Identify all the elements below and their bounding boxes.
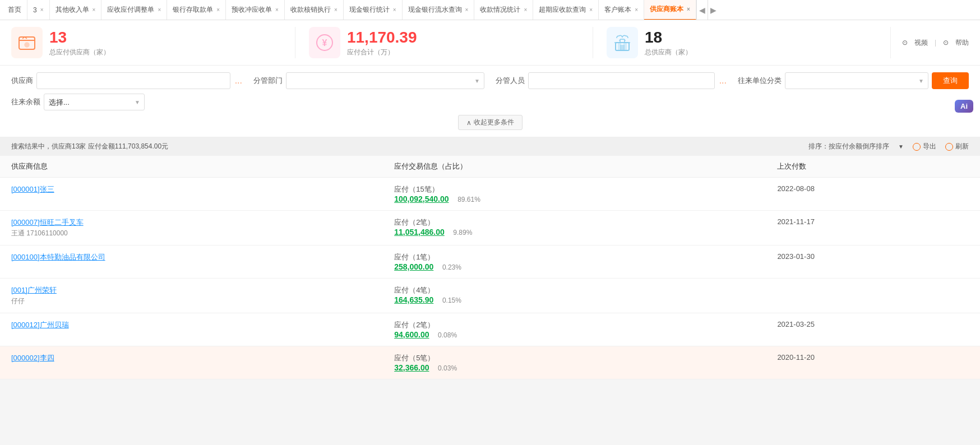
close-icon[interactable]: × [40, 7, 44, 13]
video-link[interactable]: 视频 [914, 38, 928, 48]
tx-amount[interactable]: 164,635.90 [394, 295, 433, 304]
last-pay-cell: 2022-08-08 [777, 184, 969, 193]
close-icon[interactable]: × [158, 7, 161, 13]
supplier-info-cell: [000002]李四 [11, 353, 394, 363]
tx-amount[interactable]: 32,366.00 [394, 363, 429, 372]
tx-info-cell: 应付（4笔） 164,635.90 0.15% [394, 285, 777, 304]
supplier-link[interactable]: [000012]广州贝瑞 [11, 320, 394, 330]
tx-info-cell: 应付（2笔） 94,600.00 0.08% [394, 320, 777, 339]
stat-num-payable-suppliers: 13 [49, 28, 110, 47]
close-icon[interactable]: × [93, 7, 96, 13]
last-payment-date: 2021-11-17 [777, 217, 815, 226]
refresh-button[interactable]: 刷新 [945, 142, 969, 151]
supplier-info-cell: [000001]张三 [11, 184, 394, 194]
close-icon[interactable]: × [465, 7, 469, 13]
person-dots[interactable]: ... [719, 76, 727, 86]
svg-rect-7 [620, 45, 625, 50]
close-icon[interactable]: × [334, 7, 338, 13]
svg-point-1 [25, 43, 29, 47]
tx-label: 应付（5笔） [394, 353, 777, 363]
balance-label: 往来余额 [11, 97, 40, 107]
close-icon[interactable]: × [635, 7, 638, 13]
supplier-link[interactable]: [000001]张三 [11, 184, 394, 194]
stat-label-payable-suppliers: 总应付供应商（家） [49, 48, 110, 57]
supplier-dots[interactable]: ... [235, 76, 242, 86]
results-bar: 搜索结果中，供应商13家 应付金额111,703,854.00元 排序：按应付余… [0, 137, 980, 156]
last-payment-date: 2021-03-25 [777, 320, 815, 328]
supplier-link[interactable]: [000007]恒旺二手叉车 [11, 217, 394, 228]
stats-bar: 13 总应付供应商（家） ¥ 11,170.39 应付合计（万） [0, 20, 980, 66]
supplier-input[interactable] [36, 72, 230, 89]
tx-pct: 9.89% [453, 229, 472, 237]
last-pay-cell: 2021-11-17 [777, 217, 969, 226]
supplier-info-cell: [001]广州荣轩 仔仔 [11, 285, 394, 306]
video-icon: ⊙ [902, 39, 908, 47]
svg-text:¥: ¥ [322, 38, 327, 48]
collapse-button[interactable]: ∧ 收起更多条件 [458, 115, 523, 130]
supplier-sub: 王通 17106110000 [11, 229, 394, 238]
nav-tab-home[interactable]: 首页 [2, 0, 27, 20]
tx-amount[interactable]: 94,600.00 [394, 330, 429, 339]
balance-select-wrap: 选择... ▼ [44, 94, 145, 110]
table-row: [000001]张三 应付（15笔） 100,092,540.00 89.61%… [0, 178, 980, 211]
table-row: [001]广州荣轩 仔仔 应付（4笔） 164,635.90 0.15% [0, 279, 980, 313]
tx-amount[interactable]: 100,092,540.00 [394, 194, 449, 203]
refresh-label: 刷新 [955, 142, 969, 151]
person-label: 分管人员 [496, 76, 525, 86]
supplier-link[interactable]: [000002]李四 [11, 353, 394, 363]
query-button[interactable]: 查询 [932, 72, 969, 89]
category-select[interactable] [785, 72, 928, 89]
col-header-supplier: 供应商信息 [11, 161, 394, 171]
col-header-tx: 应付交易信息（占比） [394, 161, 777, 171]
sort-label[interactable]: 排序：按应付余额倒序排序 [808, 142, 889, 151]
stat-text-payable-total: 11,170.39 应付合计（万） [347, 28, 417, 58]
close-icon[interactable]: × [216, 7, 220, 13]
results-summary: 搜索结果中，供应商13家 应付金额111,703,854.00元 [11, 142, 168, 151]
nav-tab-collection[interactable]: 收款核销执行 × [285, 0, 344, 20]
nav-tab-cash-stat[interactable]: 现金银行统计 × [344, 0, 403, 20]
close-icon[interactable]: × [393, 7, 396, 13]
nav-tab-receipt-stat[interactable]: 收款情况统计 × [474, 0, 533, 20]
nav-prev-arrow[interactable]: ◀ [696, 0, 708, 20]
filter-category: 往来单位分类 ▼ 查询 [738, 72, 969, 89]
nav-tab-supplier-ledger[interactable]: 供应商账本 × [644, 0, 696, 20]
nav-next-arrow[interactable]: ▶ [708, 0, 719, 20]
ai-badge[interactable]: Ai [955, 100, 973, 113]
table-header-row: 供应商信息 应付交易信息（占比） 上次付数 [0, 156, 980, 178]
total-suppliers-icon [607, 27, 638, 58]
close-icon[interactable]: × [275, 7, 279, 13]
nav-tab-bank[interactable]: 银行存取款单 × [167, 0, 226, 20]
supplier-sub: 仔仔 [11, 296, 394, 306]
export-label: 导出 [923, 142, 936, 151]
help-link[interactable]: 帮助 [955, 38, 969, 48]
balance-select[interactable]: 选择... [44, 94, 145, 110]
collapse-label: 收起更多条件 [474, 118, 514, 127]
help-icon: ⊙ [943, 39, 949, 47]
nav-tab-other-income[interactable]: 其他收入单 × [50, 0, 102, 20]
tx-info-cell: 应付（5笔） 32,366.00 0.03% [394, 353, 777, 372]
nav-tab-3[interactable]: 3 × [27, 0, 50, 20]
export-button[interactable]: 导出 [913, 142, 936, 151]
tx-label: 应付（4笔） [394, 285, 777, 295]
top-navigation: 首页 3 × 其他收入单 × 应收应付调整单 × 银行存取款单 × 预收冲应收单… [0, 0, 980, 20]
close-icon[interactable]: × [687, 6, 690, 12]
nav-tab-adjust[interactable]: 应收应付调整单 × [101, 0, 167, 20]
close-icon[interactable]: × [589, 7, 593, 13]
table-row: [000007]恒旺二手叉车 王通 17106110000 应付（2笔） 11,… [0, 211, 980, 245]
tx-amount[interactable]: 11,051,486.00 [394, 228, 445, 237]
sort-dropdown-arrow[interactable]: ▼ [898, 143, 904, 150]
nav-tab-cash-flow[interactable]: 现金银行流水查询 × [403, 0, 475, 20]
supplier-link[interactable]: [001]广州荣轩 [11, 285, 394, 295]
dept-label: 分管部门 [253, 76, 283, 86]
close-icon[interactable]: × [524, 7, 527, 13]
nav-tab-overdue[interactable]: 超期应收款查询 × [533, 0, 599, 20]
collapse-icon: ∧ [466, 119, 471, 127]
nav-tab-customer-ledger[interactable]: 客户账本 × [599, 0, 644, 20]
person-input[interactable] [528, 72, 715, 89]
tx-pct: 89.61% [457, 196, 480, 203]
tx-amount[interactable]: 258,000.00 [394, 262, 433, 271]
dept-select[interactable] [286, 72, 484, 89]
payable-total-icon: ¥ [309, 27, 340, 58]
supplier-link[interactable]: [000100]本特勤油品有限公司 [11, 252, 394, 262]
nav-tab-advance[interactable]: 预收冲应收单 × [226, 0, 285, 20]
